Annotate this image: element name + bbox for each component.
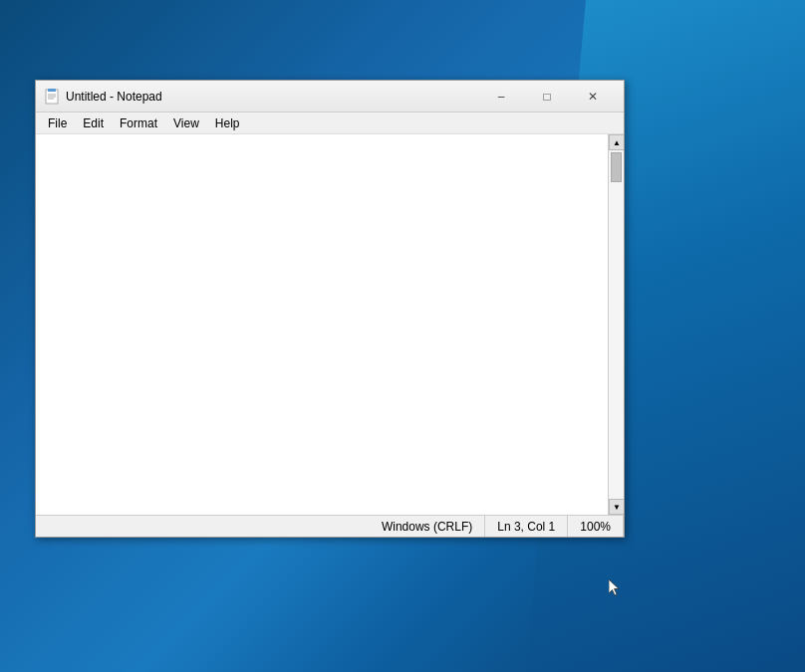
scroll-up-button[interactable]: ▲ [609, 134, 624, 150]
text-area-container: ▲ ▼ [36, 134, 624, 515]
vertical-scrollbar: ▲ ▼ [608, 134, 624, 515]
notepad-window: Untitled - Notepad – □ ✕ File Edit Forma… [35, 80, 625, 538]
menu-edit[interactable]: Edit [75, 115, 112, 131]
desktop-cursor [609, 579, 621, 597]
scroll-down-button[interactable]: ▼ [609, 499, 624, 515]
svg-rect-1 [48, 89, 56, 92]
close-button[interactable]: ✕ [570, 81, 616, 112]
status-zoom: 100% [568, 516, 624, 537]
maximize-button[interactable]: □ [524, 81, 570, 112]
window-title: Untitled - Notepad [66, 90, 478, 104]
scroll-down-icon: ▼ [613, 503, 621, 512]
status-bar: Windows (CRLF) Ln 3, Col 1 100% [36, 515, 624, 537]
title-bar: Untitled - Notepad – □ ✕ [36, 81, 624, 112]
scroll-thumb[interactable] [611, 152, 622, 182]
window-controls: – □ ✕ [478, 81, 616, 112]
minimize-button[interactable]: – [478, 81, 524, 112]
menu-format[interactable]: Format [112, 115, 165, 131]
notepad-app-icon [44, 89, 60, 105]
status-line-ending: Windows (CRLF) [370, 516, 485, 537]
menu-file[interactable]: File [40, 115, 75, 131]
scroll-track[interactable] [609, 150, 624, 499]
status-position: Ln 3, Col 1 [485, 516, 568, 537]
menu-view[interactable]: View [165, 115, 207, 131]
editor-textarea[interactable] [36, 134, 608, 515]
scroll-up-icon: ▲ [613, 138, 621, 147]
menu-bar: File Edit Format View Help [36, 112, 624, 134]
menu-help[interactable]: Help [207, 115, 248, 131]
